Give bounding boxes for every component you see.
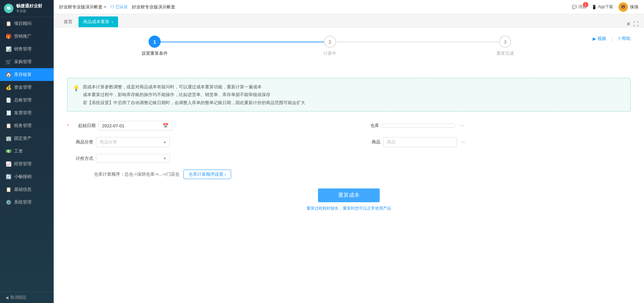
category-label: 商品分类 [70, 139, 93, 145]
warehouse-label: 仓库 [356, 123, 379, 129]
form-row-2: 商品分类 商品分类 ▾ 商品 商品 ··· [67, 137, 631, 147]
category-select[interactable]: 商品分类 ▾ [96, 137, 170, 147]
steps-area: 1 设置重算条件 2 计算中 3 [67, 36, 631, 67]
step2-label: 计算中 [323, 50, 336, 56]
warehouse-input[interactable] [382, 124, 455, 128]
sidebar-item-label: 项目顾问 [14, 20, 32, 27]
required-star: * [67, 123, 69, 128]
sidebar-item-purchase[interactable]: 🛒 采购管理 [0, 55, 54, 68]
price-method-select[interactable]: ▾ [96, 154, 170, 163]
user-name: 珠珠 [630, 4, 639, 10]
finance-icon: 💰 [5, 84, 11, 90]
category-placeholder: 商品分类 [100, 139, 117, 145]
biz-icon: 📈 [5, 161, 11, 167]
shield-icon: 🛡 [110, 5, 114, 9]
sidebar-item-expense[interactable]: 🔄 小畅报销 [0, 170, 54, 183]
chevron-down-icon: ▾ [104, 4, 106, 9]
app-logo: 畅 畅捷通好业财 专业版 [0, 0, 54, 17]
calc-order-row: 仓库计算顺序：总仓->深圳仓库->...->门店仓 仓库计算顺序设置 › [67, 170, 631, 179]
step-1: 1 设置重算条件 [67, 36, 242, 56]
sidebar-item-accounting[interactable]: 📑 总账管理 [0, 94, 54, 106]
calc-order-btn-label: 仓库计算顺序设置 [189, 171, 223, 177]
goods-field: 商品 商品 ··· [343, 137, 631, 147]
price-method-label: 计价方式 [70, 156, 93, 162]
message-button[interactable]: 💬 消息 1 [572, 4, 586, 10]
info-line-1: 因成本计算参数调整，或是对商品成本有疑问时，可以通过成本重算功能，重新计算一遍成… [83, 83, 305, 91]
step1-circle: 1 [149, 36, 161, 48]
sidebar-item-tax[interactable]: 📋 税务管理 [0, 119, 54, 132]
message-badge: 1 [583, 2, 588, 7]
start-date-field: * 起始日期 2022-07-01 📅 [67, 121, 342, 130]
salary-icon: 💵 [5, 148, 11, 154]
step1-label: 设置重算条件 [142, 50, 168, 56]
goods-ellipsis-button[interactable]: ··· [460, 139, 467, 145]
start-date-value: 2022-07-01 [102, 123, 160, 128]
sidebar-item-system[interactable]: ⚙️ 系统管理 [0, 196, 54, 209]
inventory-icon: 🏠 [5, 72, 11, 78]
pin-icon: ◀ [5, 295, 8, 300]
video-link[interactable]: ▶ 视频 [593, 36, 606, 42]
warehouse-ellipsis-button[interactable]: ··· [458, 123, 465, 129]
recalc-btn-label: 重算成本 [338, 192, 360, 198]
tab-recalc[interactable]: 商品成本重算 × [78, 16, 118, 27]
sidebar-item-finance[interactable]: 💰 资金管理 [0, 81, 54, 94]
sidebar-item-invoice[interactable]: 🧾 发票管理 [0, 106, 54, 119]
sidebar-item-label: 总账管理 [14, 97, 32, 103]
sidebar-item-project[interactable]: 📋 项目顾问 [0, 17, 54, 30]
tabs-bar: 首页 商品成本重算 × ✕ ⛶ [54, 14, 644, 28]
info-icon: 💡 [73, 84, 79, 106]
sidebar-item-label: 基础信息 [14, 186, 32, 192]
sidebar-item-label: 发票管理 [14, 110, 32, 116]
sidebar-item-biz[interactable]: 📈 经营管理 [0, 158, 54, 170]
tabs-right-actions: ✕ ⛶ [626, 21, 639, 27]
verified-badge: 🛡 已认证 [110, 4, 128, 10]
sidebar-scroll: 📋 项目顾问 🎁 营销推广 📊 销售管理 🛒 采购管理 🏠 库存核算 💰 资金管… [0, 17, 54, 292]
calc-order-settings-button[interactable]: 仓库计算顺序设置 › [183, 170, 231, 179]
sidebar-item-asset[interactable]: 🏢 固定资产 [0, 132, 54, 145]
steps-help: ▶ 视频 | ? 帮助 [593, 36, 631, 42]
sidebar-item-salary[interactable]: 💵 工资 [0, 145, 54, 158]
sidebar-item-marketing[interactable]: 🎁 营销推广 [0, 30, 54, 43]
avatar: 🐻 [619, 2, 628, 12]
app-download-button[interactable]: 📱 App下载 [592, 4, 613, 10]
sidebar-item-label: 小畅报销 [14, 174, 32, 180]
sidebar-item-label: 采购管理 [14, 59, 32, 65]
sidebar-item-sales[interactable]: 📊 销售管理 [0, 43, 54, 55]
sales-icon: 📊 [5, 46, 11, 52]
chevron-down-icon2: ▾ [164, 156, 166, 161]
page-content: 1 设置重算条件 2 计算中 3 [54, 28, 644, 303]
tab-close-icon[interactable]: × [111, 20, 113, 24]
form-row-3: 计价方式 ▾ [67, 154, 631, 163]
expand-window-icon[interactable]: ⛶ [633, 21, 639, 27]
sidebar-item-label: 系统管理 [14, 199, 32, 205]
basic-icon: 📋 [5, 186, 11, 192]
start-date-label: 起始日期 [72, 123, 96, 129]
sidebar-item-label: 销售管理 [14, 46, 32, 52]
sidebar-item-basic[interactable]: 📋 基础信息 [0, 183, 54, 196]
project-icon: 📋 [5, 20, 11, 27]
sidebar: 畅 畅捷通好业财 专业版 📋 项目顾问 🎁 营销推广 📊 销售管理 🛒 采购管理… [0, 0, 54, 303]
info-content: 因成本计算参数调整，或是对商品成本有疑问时，可以通过成本重算功能，重新计算一遍成… [83, 83, 305, 106]
goods-placeholder: 商品 [387, 139, 453, 145]
account-name: 好业财专业版演示帐套 [59, 4, 103, 10]
step2-circle: 2 [324, 36, 336, 48]
marketing-icon: 🎁 [5, 33, 11, 39]
goods-input[interactable]: 商品 [383, 137, 457, 147]
tab-home[interactable]: 首页 [59, 16, 77, 27]
recalc-button[interactable]: 重算成本 [318, 188, 380, 202]
recalc-note: 重算过程耗时较长，重算时您可以正常使用产品 [307, 206, 391, 211]
topbar: 好业财专业版演示帐套 ▾ 🛡 已认证 好业财专业版演示帐套 💬 消息 1 📱 A… [54, 0, 644, 14]
cancel-pin-label: 取消固定 [10, 295, 26, 300]
account-select[interactable]: 好业财专业版演示帐套 ▾ [59, 4, 106, 10]
main-area: 好业财专业版演示帐套 ▾ 🛡 已认证 好业财专业版演示帐套 💬 消息 1 📱 A… [54, 0, 644, 303]
step3-circle: 3 [499, 36, 511, 48]
sidebar-item-label: 营销推广 [14, 33, 32, 39]
user-avatar-area[interactable]: 🐻 珠珠 [619, 2, 639, 12]
sidebar-item-inventory[interactable]: 🏠 库存核算 [0, 68, 54, 81]
info-line-3: 若【系统设置】中启用了自动调整记账日期时，会调整入库单的整单记账日期，因此重新计… [83, 99, 305, 106]
help-link[interactable]: ? 帮助 [618, 36, 631, 42]
close-window-icon[interactable]: ✕ [626, 21, 631, 27]
cancel-pin-button[interactable]: ◀ 取消固定 [0, 292, 54, 303]
start-date-input[interactable]: 2022-07-01 📅 [98, 121, 172, 130]
sidebar-item-label: 固定资产 [14, 135, 32, 141]
